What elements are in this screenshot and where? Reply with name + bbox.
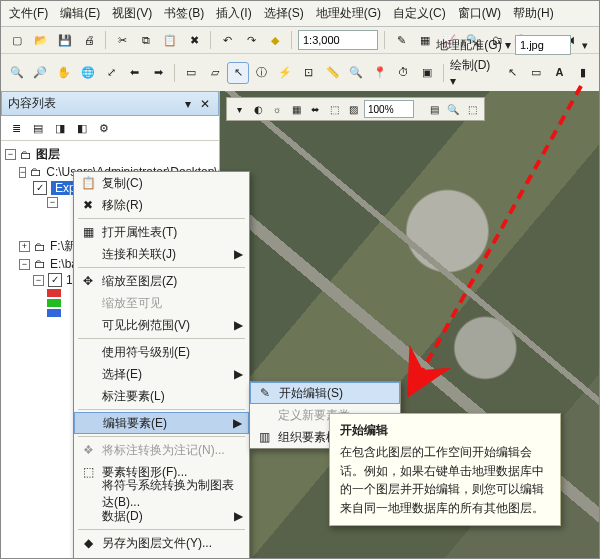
new-doc-icon[interactable]: ▢ xyxy=(7,30,27,50)
full-extent-icon[interactable]: 🌐 xyxy=(78,63,98,83)
layer-dropdown-icon[interactable]: ▾ xyxy=(231,101,247,117)
transparency-icon[interactable]: ▦ xyxy=(288,101,304,117)
draw-select-icon[interactable]: ↖ xyxy=(503,63,523,83)
pixel-inspector-icon[interactable]: 🔍 xyxy=(445,101,461,117)
prev-extent-icon[interactable]: ⬅ xyxy=(125,63,145,83)
collapse-icon[interactable]: − xyxy=(19,167,26,178)
swipe-icon[interactable]: ⬌ xyxy=(307,101,323,117)
draw-dropdown[interactable]: 绘制(D) ▾ xyxy=(450,57,499,88)
table-icon[interactable]: ▦ xyxy=(415,30,435,50)
stretch-icon[interactable]: ⬚ xyxy=(464,101,480,117)
text-icon[interactable]: A xyxy=(550,63,570,83)
tooltip-body: 在包含此图层的工作空间开始编辑会话。例如，如果右键单击地理数据库中的一个图层并开… xyxy=(340,443,550,517)
list-by-selection-icon[interactable]: ◧ xyxy=(73,119,91,137)
brightness-icon[interactable]: ☼ xyxy=(269,101,285,117)
context-menu-item[interactable]: 选择(E)▶ xyxy=(74,363,249,385)
open-icon[interactable]: 📂 xyxy=(31,30,51,50)
pin-icon[interactable]: ▾ xyxy=(181,97,195,111)
layers-root-icon: 🗀 xyxy=(20,148,32,162)
menu-item-icon: ✥ xyxy=(80,274,96,288)
cut-icon[interactable]: ✂ xyxy=(112,30,132,50)
menu-help[interactable]: 帮助(H) xyxy=(513,5,554,22)
redo-icon[interactable]: ↷ xyxy=(241,30,261,50)
menu-view[interactable]: 视图(V) xyxy=(112,5,152,22)
select-elements-icon[interactable]: ↖ xyxy=(228,63,248,83)
find-tool-icon[interactable]: 🔍 xyxy=(346,63,366,83)
context-menu-item[interactable]: ✥缩放至图层(Z) xyxy=(74,270,249,292)
contrast-icon[interactable]: ◐ xyxy=(250,101,266,117)
layer-checkbox[interactable]: ✓ xyxy=(33,181,47,195)
menu-bookmarks[interactable]: 书签(B) xyxy=(164,5,204,22)
close-icon[interactable]: ✕ xyxy=(198,97,212,111)
menu-geoprocessing[interactable]: 地理处理(G) xyxy=(316,5,381,22)
menu-insert[interactable]: 插入(I) xyxy=(216,5,251,22)
menu-customize[interactable]: 自定义(C) xyxy=(393,5,446,22)
collapse-icon[interactable]: − xyxy=(5,149,16,160)
context-menu-item[interactable]: 可见比例范围(V)▶ xyxy=(74,314,249,336)
go-to-xy-icon[interactable]: 📍 xyxy=(370,63,390,83)
identify-icon[interactable]: ⓘ xyxy=(252,63,272,83)
separator xyxy=(291,31,292,49)
submenu-item[interactable]: ✎开始编辑(S) xyxy=(250,382,400,404)
pan-icon[interactable]: ✋ xyxy=(54,63,74,83)
zoom-out-icon[interactable]: 🔎 xyxy=(31,63,51,83)
time-slider-icon[interactable]: ⏱ xyxy=(393,63,413,83)
menu-selection[interactable]: 选择(S) xyxy=(264,5,304,22)
html-popup-icon[interactable]: ⊡ xyxy=(299,63,319,83)
copy-icon[interactable]: ⧉ xyxy=(136,30,156,50)
collapse-icon[interactable]: − xyxy=(47,197,58,208)
list-by-drawing-order-icon[interactable]: ≣ xyxy=(7,119,25,137)
zoom-in-icon[interactable]: 🔍 xyxy=(7,63,27,83)
context-menu-item[interactable]: ◆创建图层包(A)... xyxy=(74,554,249,559)
next-extent-icon[interactable]: ➡ xyxy=(149,63,169,83)
context-menu-item[interactable]: ◆另存为图层文件(Y)... xyxy=(74,532,249,554)
fill-color-icon[interactable]: ▮ xyxy=(573,63,593,83)
dim-icon[interactable]: ▨ xyxy=(345,101,361,117)
add-data-icon[interactable]: ◆ xyxy=(265,30,285,50)
layers-root[interactable]: 图层 xyxy=(36,146,60,163)
georeferencing-toolbar: 地理配准(G) ▾ ▾ xyxy=(436,35,595,55)
hyperlink-icon[interactable]: ⚡ xyxy=(276,63,296,83)
create-viewer-icon[interactable]: ▣ xyxy=(417,63,437,83)
clear-selection-icon[interactable]: ▱ xyxy=(205,63,225,83)
georef-label[interactable]: 地理配准(G) ▾ xyxy=(436,37,511,54)
georef-dropdown-icon[interactable]: ▾ xyxy=(575,35,595,55)
list-by-visibility-icon[interactable]: ◨ xyxy=(51,119,69,137)
select-features-icon[interactable]: ▭ xyxy=(181,63,201,83)
rectangle-icon[interactable]: ▭ xyxy=(526,63,546,83)
georef-target-input[interactable] xyxy=(515,35,571,55)
percent-input[interactable] xyxy=(364,100,414,118)
editor-toolbar-icon[interactable]: ✎ xyxy=(391,30,411,50)
expand-icon[interactable]: + xyxy=(19,241,30,252)
context-menu-item[interactable]: 连接和关联(J)▶ xyxy=(74,243,249,265)
layer-context-menu[interactable]: 📋复制(C)✖移除(R)▦打开属性表(T)连接和关联(J)▶✥缩放至图层(Z)缩… xyxy=(73,171,250,559)
context-menu-item[interactable]: ✖移除(R) xyxy=(74,194,249,216)
menu-item-icon: ✖ xyxy=(80,198,96,212)
delete-icon[interactable]: ✖ xyxy=(184,30,204,50)
options-icon[interactable]: ⚙ xyxy=(95,119,113,137)
save-icon[interactable]: 💾 xyxy=(55,30,75,50)
layer-1[interactable]: 1 xyxy=(66,273,73,287)
scale-input[interactable] xyxy=(298,30,378,50)
fixed-zoom-in-icon[interactable]: ⤢ xyxy=(101,63,121,83)
collapse-icon[interactable]: − xyxy=(19,259,30,270)
print-icon[interactable]: 🖨 xyxy=(79,30,99,50)
list-by-source-icon[interactable]: ▤ xyxy=(29,119,47,137)
context-menu-item[interactable]: ▦打开属性表(T) xyxy=(74,221,249,243)
layer-checkbox[interactable]: ✓ xyxy=(48,273,62,287)
paste-icon[interactable]: 📋 xyxy=(160,30,180,50)
menu-windows[interactable]: 窗口(W) xyxy=(458,5,501,22)
flicker-icon[interactable]: ⬚ xyxy=(326,101,342,117)
context-menu-item[interactable]: 将符号系统转换为制图表达(B)... xyxy=(74,483,249,505)
context-menu-item[interactable]: 使用符号级别(E) xyxy=(74,341,249,363)
context-menu-item[interactable]: 标注要素(L) xyxy=(74,385,249,407)
context-menu-item[interactable]: 📋复制(C) xyxy=(74,172,249,194)
menu-edit[interactable]: 编辑(E) xyxy=(60,5,100,22)
context-menu-item[interactable]: 数据(D)▶ xyxy=(74,505,249,527)
context-menu-item[interactable]: 编辑要素(E)▶ xyxy=(74,412,249,434)
collapse-icon[interactable]: − xyxy=(33,275,44,286)
menu-file[interactable]: 文件(F) xyxy=(9,5,48,22)
undo-icon[interactable]: ↶ xyxy=(217,30,237,50)
histogram-icon[interactable]: ▤ xyxy=(426,101,442,117)
measure-icon[interactable]: 📏 xyxy=(323,63,343,83)
